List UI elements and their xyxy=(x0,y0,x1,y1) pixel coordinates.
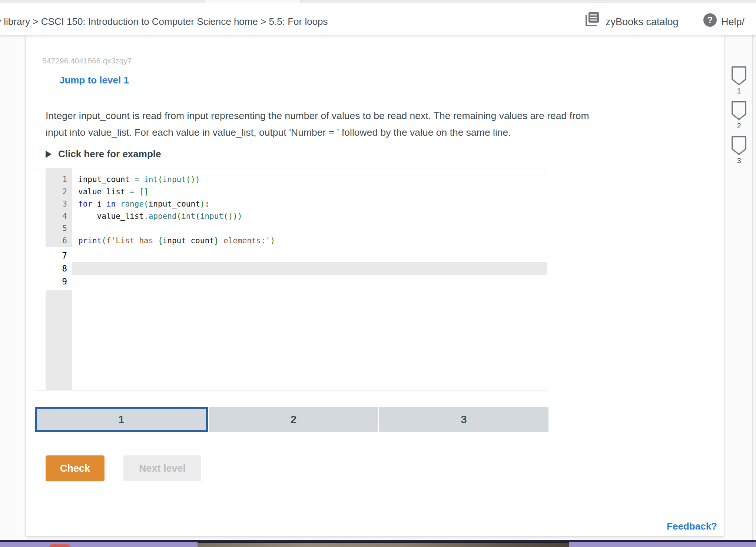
help-icon[interactable]: ? xyxy=(703,13,717,27)
code-line-4: 4 value_list.append(int(input())) xyxy=(35,210,547,223)
code-line-3: 3for i in range(input_count): xyxy=(35,198,547,210)
bookmark-icon xyxy=(731,66,747,86)
code-line-7[interactable]: 7 xyxy=(35,249,547,262)
code-editor[interactable]: 1input_count = int(input())2value_list =… xyxy=(35,168,547,391)
browser-tab-strip-segment xyxy=(205,0,301,3)
active-line-highlight xyxy=(72,262,547,275)
line-number: 1 xyxy=(46,174,72,186)
header-bar: y library > CSCI 150: Introduction to Co… xyxy=(0,3,756,35)
level-marker-3[interactable]: 3 xyxy=(729,135,749,165)
level-tab-2[interactable]: 2 xyxy=(209,407,378,432)
bookmark-icon xyxy=(731,135,747,156)
action-buttons: Check Next level xyxy=(46,455,201,481)
triangle-right-icon xyxy=(46,151,52,158)
editor-section-filler xyxy=(35,290,547,390)
line-number: 2 xyxy=(46,186,72,198)
dock-red-pill xyxy=(49,544,70,547)
code-line-5: 5 xyxy=(35,223,547,235)
line-number: 3 xyxy=(46,198,72,210)
level-tab-1[interactable]: 1 xyxy=(35,407,208,432)
check-button[interactable]: Check xyxy=(46,455,105,481)
problem-description-line2: input into value_list. For each value in… xyxy=(46,124,589,141)
feedback-link[interactable]: Feedback? xyxy=(667,521,717,532)
code-text: value_list.append(int(input())) xyxy=(78,210,547,223)
page: { "header": { "breadcrumb": "y library >… xyxy=(0,0,756,547)
code-line-6: 6print(f'List has {input_count} elements… xyxy=(35,235,547,247)
code-text: value_list = [] xyxy=(78,186,547,198)
help-link[interactable]: Help/ xyxy=(721,16,745,28)
scrollbar[interactable] xyxy=(752,35,756,540)
jump-to-level-link[interactable]: Jump to level 1 xyxy=(59,75,129,86)
next-level-button[interactable]: Next level xyxy=(123,455,201,481)
bookmark-icon xyxy=(731,100,747,121)
editor-section-editable[interactable]: 789 xyxy=(35,247,547,290)
level-markers-rail: 123 xyxy=(729,66,749,165)
bottom-desktop-bar xyxy=(0,542,756,547)
marker-label: 3 xyxy=(737,156,741,165)
dock-window-edge xyxy=(198,542,569,547)
line-number: 4 xyxy=(46,210,72,223)
level-marker-1[interactable]: 1 xyxy=(729,66,749,95)
problem-description: Integer input_count is read from input r… xyxy=(46,108,589,141)
code-line-8[interactable]: 8 xyxy=(35,262,547,275)
line-number: 7 xyxy=(46,249,72,262)
code-line-1: 1input_count = int(input()) xyxy=(35,174,547,186)
level-tabs: 123 xyxy=(35,407,548,432)
marker-label: 1 xyxy=(737,87,741,95)
code-line-9[interactable]: 9 xyxy=(35,275,547,288)
example-toggle-label: Click here for example xyxy=(58,148,161,160)
line-number: 9 xyxy=(46,275,72,288)
code-text: print(f'List has {input_count} elements:… xyxy=(78,235,547,247)
line-number: 6 xyxy=(46,235,72,247)
problem-description-line1: Integer input_count is read from input r… xyxy=(46,108,589,124)
level-marker-2[interactable]: 2 xyxy=(729,100,749,130)
catalog-link[interactable]: zyBooks catalog xyxy=(606,16,679,28)
editor-gutter xyxy=(46,290,72,390)
line-number: 5 xyxy=(46,223,72,235)
editor-section-readonly: 1input_count = int(input())2value_list =… xyxy=(35,168,547,247)
code-text: for i in range(input_count): xyxy=(78,198,547,210)
code-text: input_count = int(input()) xyxy=(78,174,547,186)
marker-label: 2 xyxy=(737,122,741,130)
activity-id: 547296.4041566.qx3zqy7 xyxy=(42,56,132,65)
breadcrumb[interactable]: y library > CSCI 150: Introduction to Co… xyxy=(0,16,328,27)
code-line-2: 2value_list = [] xyxy=(35,186,547,198)
activity-card: 547296.4041566.qx3zqy7 Jump to level 1 I… xyxy=(26,35,724,536)
level-tab-3[interactable]: 3 xyxy=(379,407,548,432)
catalog-icon[interactable] xyxy=(584,11,600,29)
example-toggle[interactable]: Click here for example xyxy=(46,148,161,160)
line-number: 8 xyxy=(46,262,72,275)
